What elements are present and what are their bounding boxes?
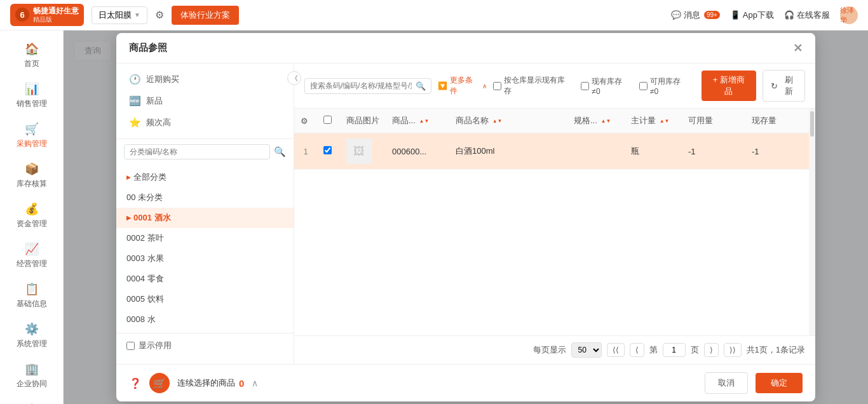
last-page-btn[interactable]: ⟩⟩	[724, 343, 742, 357]
dialog-close-button[interactable]: ✕	[793, 43, 803, 54]
cat-0004[interactable]: 0004 零食	[116, 269, 294, 289]
sidebar-item-basic[interactable]: 📋 基础信息	[0, 276, 63, 316]
online-service-nav-item[interactable]: 🎧 在线客服	[784, 10, 830, 21]
available-not-zero-checkbox[interactable]	[639, 82, 648, 90]
cart-count: 0	[239, 378, 244, 389]
product-search-input[interactable]	[310, 81, 412, 90]
sidebar-item-corp[interactable]: 🏢 企业协同	[0, 356, 63, 396]
logo-icon: 6	[15, 8, 29, 22]
stock-not-zero-checkbox[interactable]	[581, 82, 589, 90]
sidebar-item-home[interactable]: 🏠 首页	[0, 36, 63, 76]
cat-0001[interactable]: ▶ 0001 酒水	[116, 208, 294, 228]
cancel-button[interactable]: 取消	[705, 372, 748, 394]
row-num: 1	[294, 133, 317, 170]
collapse-panel-button[interactable]: 《	[287, 71, 301, 85]
sidebar-item-inventory[interactable]: 📦 库存核算	[0, 156, 63, 196]
sidebar-item-purchase[interactable]: 🛒 采购管理	[0, 116, 63, 156]
checkbox-available-not-zero[interactable]: 可用库存≠0	[639, 76, 689, 96]
dialog-toolbar: 🔍 🔽 更多条件 ∧ 按仓库显示现有库存	[294, 64, 815, 109]
app-download-nav-item[interactable]: 📱 App下载	[730, 10, 774, 21]
help-icon[interactable]: ❓	[129, 377, 142, 389]
clock-icon: 🕐	[129, 74, 141, 85]
by-warehouse-checkbox[interactable]	[493, 82, 501, 90]
category-search-icon[interactable]: 🔍	[274, 146, 286, 158]
cart-expand-icon[interactable]: ∧	[252, 378, 258, 388]
checkbox-by-warehouse[interactable]: 按仓库显示现有库存	[493, 75, 572, 97]
col-name[interactable]: 商品名称 ▲▼	[449, 109, 567, 133]
app-icon: 📱	[730, 10, 740, 20]
messages-nav-item[interactable]: 💬 消息 99+	[671, 10, 720, 21]
dropdown-arrow-icon: ▼	[134, 11, 140, 18]
add-product-btn[interactable]: + 新增商品	[702, 71, 757, 101]
row-checkbox[interactable]	[323, 146, 332, 154]
frequent-btn[interactable]: ⭐ 频次高	[124, 113, 286, 132]
category-search-input[interactable]	[124, 144, 270, 159]
sidebar-item-guide[interactable]: 🎓 新手引导	[0, 396, 63, 404]
row-stock: -1	[745, 133, 809, 170]
finance-icon: 💰	[25, 202, 39, 216]
corp-icon: 🏢	[25, 362, 39, 376]
filter-chevron-icon: ∧	[482, 83, 487, 90]
page-label: 第	[649, 344, 658, 356]
experience-btn[interactable]: 体验行业方案	[172, 6, 239, 25]
right-scrollbar[interactable]	[809, 109, 815, 335]
search-icon[interactable]: 🔍	[416, 81, 426, 91]
col-settings[interactable]: ⚙	[294, 109, 317, 133]
confirm-button[interactable]: 确定	[756, 373, 803, 393]
logo-text: 畅捷通好生意 精品版	[33, 6, 79, 23]
sidebar-item-sales[interactable]: 📊 销售管理	[0, 76, 63, 116]
cat-active-icon: ▶	[126, 215, 131, 221]
page-number-input[interactable]	[663, 343, 686, 357]
prev-page-btn[interactable]: ⟨	[630, 343, 644, 357]
product-table-container[interactable]: ⚙ 商品图片 商品...	[294, 109, 809, 335]
product-reference-dialog: 商品参照 ✕ 《 🕐 近期购买	[116, 33, 815, 401]
cat-0003[interactable]: 0003 水果	[116, 248, 294, 269]
dialog-overlay: 商品参照 ✕ 《 🕐 近期购买	[64, 30, 868, 404]
col-checkbox[interactable]	[317, 109, 340, 133]
cat-0005[interactable]: 0005 饮料	[116, 289, 294, 309]
col-spec[interactable]: 规格... ▲▼	[567, 109, 625, 133]
cart-icon[interactable]: 🛒	[149, 373, 170, 393]
user-nav-item[interactable]: 徐泽华	[840, 6, 858, 24]
home-icon: 🏠	[25, 42, 39, 56]
sidebar: 🏠 首页 📊 销售管理 🛒 采购管理 📦 库存核算 💰 资金管理 📈 经营管理 …	[0, 30, 64, 404]
cat-00[interactable]: 00 未分类	[116, 187, 294, 208]
cart-info: 连续选择的商品 0	[177, 377, 244, 389]
page-label-end: 页	[691, 344, 699, 356]
recent-purchase-btn[interactable]: 🕐 近期购买	[124, 70, 286, 89]
sales-icon: 📊	[25, 82, 39, 96]
col-code[interactable]: 商品... ▲▼	[386, 109, 449, 133]
checkbox-stock-not-zero[interactable]: 现有库存≠0	[581, 76, 630, 96]
headset-icon: 🎧	[784, 10, 794, 20]
message-badge: 99+	[704, 11, 720, 19]
sort-spec-icon: ▲▼	[600, 118, 611, 124]
page-size-select[interactable]: 50	[571, 342, 602, 358]
dialog-title: 商品参照	[129, 42, 167, 54]
cat-0002[interactable]: 0002 茶叶	[116, 228, 294, 248]
table-row[interactable]: 1 🖼 000600...	[294, 133, 809, 170]
row-checkbox-cell[interactable]	[317, 133, 340, 170]
dialog-header: 商品参照 ✕	[116, 33, 815, 64]
show-disabled-checkbox[interactable]	[126, 342, 135, 350]
sort-code-icon: ▲▼	[419, 118, 429, 124]
next-page-btn[interactable]: ⟩	[704, 343, 719, 357]
settings-icon[interactable]: ⚙	[155, 9, 164, 21]
sidebar-item-system[interactable]: ⚙️ 系统管理	[0, 316, 63, 356]
col-unit[interactable]: 主计量 ▲▼	[625, 109, 682, 133]
show-disabled-checkbox-row: 显示停用	[116, 333, 294, 358]
first-page-btn[interactable]: ⟨⟨	[607, 343, 625, 357]
select-all-checkbox[interactable]	[323, 116, 332, 124]
sidebar-item-finance[interactable]: 💰 资金管理	[0, 196, 63, 236]
refresh-btn[interactable]: ↻ 刷新	[763, 70, 805, 102]
filter-more-btn[interactable]: 🔽 更多条件 ∧	[438, 75, 487, 97]
sidebar-item-operation[interactable]: 📈 经营管理	[0, 236, 63, 276]
new-products-btn[interactable]: 🆕 新品	[124, 91, 286, 111]
operation-icon: 📈	[25, 242, 39, 256]
inventory-icon: 📦	[25, 162, 39, 176]
store-dropdown[interactable]: 日太阳膜 ▼	[92, 6, 147, 24]
product-search-box[interactable]: 🔍	[304, 78, 431, 94]
cat-0008[interactable]: 0008 水	[116, 309, 294, 330]
cat-all[interactable]: ▶ 全部分类	[116, 167, 294, 187]
purchase-icon: 🛒	[25, 122, 39, 136]
new-icon: 🆕	[129, 95, 141, 107]
